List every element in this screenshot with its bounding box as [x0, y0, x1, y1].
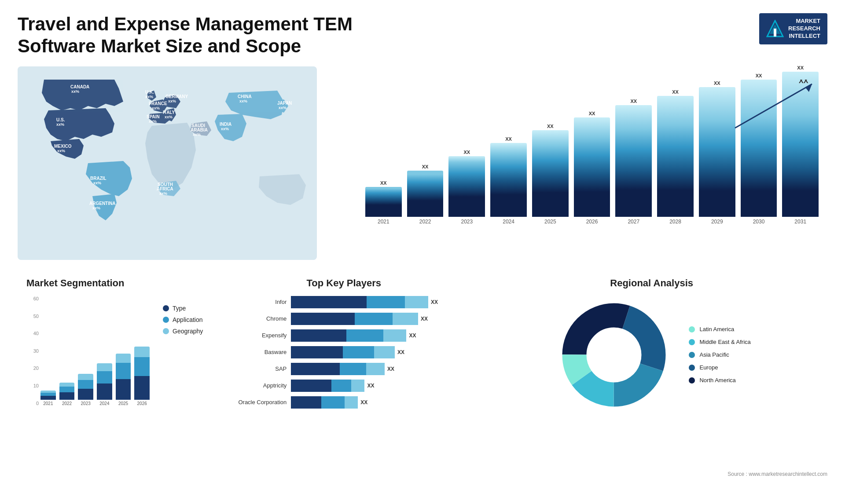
- page-title: Travel and Expense Management TEM Softwa…: [18, 13, 396, 58]
- legend-north-america: North America: [689, 377, 750, 383]
- bar-2024: XX 2024: [490, 136, 527, 225]
- player-bar-oracle: XX: [291, 396, 458, 409]
- svg-text:xx%: xx%: [193, 132, 201, 137]
- bottom-section: Market Segmentation 0 10 20 30 40 50 60: [18, 273, 827, 467]
- y-label-30: 30: [26, 348, 39, 354]
- regional-section: Regional Analysis: [476, 273, 827, 467]
- svg-text:U.S.: U.S.: [56, 117, 65, 122]
- svg-text:ITALY: ITALY: [163, 110, 175, 115]
- players-title: Top Key Players: [229, 278, 458, 289]
- main-bar-chart: XX XX 2021 XX 2022 XX: [330, 66, 827, 260]
- donut-chart: [552, 293, 676, 416]
- segmentation-title: Market Segmentation: [26, 278, 203, 289]
- y-label-40: 40: [26, 331, 39, 336]
- svg-text:U.K.: U.K.: [145, 90, 154, 95]
- dot-middle-east: [689, 339, 695, 345]
- legend-asia-pacific: Asia Pacific: [689, 351, 750, 358]
- regional-title: Regional Analysis: [485, 278, 819, 289]
- svg-text:xx%: xx%: [57, 149, 65, 153]
- svg-text:CANADA: CANADA: [70, 84, 89, 89]
- player-name-chrome: Chrome: [229, 315, 287, 322]
- player-name-apptricity: Apptricity: [229, 382, 287, 389]
- svg-text:xx%: xx%: [56, 122, 64, 127]
- bar-2028: XX 2028: [657, 89, 694, 225]
- svg-text:XX: XX: [799, 80, 808, 84]
- logo-icon: [766, 20, 784, 37]
- legend-europe: Europe: [689, 364, 750, 371]
- legend-dot-geography: [163, 328, 169, 334]
- logo-area: MARKET RESEARCH INTELLECT: [759, 13, 827, 44]
- svg-text:ARGENTINA: ARGENTINA: [89, 201, 115, 206]
- svg-text:FRANCE: FRANCE: [149, 101, 167, 106]
- svg-text:xx%: xx%: [145, 95, 153, 99]
- map-svg: CANADA xx% U.S. xx% MEXICO xx% BRAZIL xx…: [18, 66, 317, 260]
- player-row-sap: SAP XX: [229, 363, 458, 375]
- svg-text:JAPAN: JAPAN: [277, 101, 292, 106]
- trend-arrow-svg: XX: [731, 80, 819, 132]
- dot-latin-america: [689, 326, 695, 332]
- svg-text:xx%: xx%: [279, 106, 287, 110]
- svg-text:xx%: xx%: [93, 181, 101, 185]
- svg-text:AFRICA: AFRICA: [157, 186, 173, 191]
- seg-bar-2026: 2026: [134, 347, 150, 406]
- legend-geography: Geography: [163, 328, 203, 335]
- bar-2026: XX 2026: [574, 111, 610, 225]
- dot-asia-pacific: [689, 352, 695, 358]
- legend-middle-east: Middle East & Africa: [689, 339, 750, 345]
- label-asia-pacific: Asia Pacific: [699, 351, 729, 358]
- segmentation-section: Market Segmentation 0 10 20 30 40 50 60: [18, 273, 212, 467]
- player-name-sap: SAP: [229, 365, 287, 372]
- dot-europe: [689, 365, 695, 371]
- label-north-america: North America: [699, 377, 735, 383]
- player-bar-chrome: XX: [291, 313, 458, 325]
- bar-2021: XX 2021: [365, 180, 402, 225]
- y-label-0: 0: [26, 401, 39, 406]
- source-text: Source : www.marketresearchintellect.com: [18, 471, 827, 477]
- player-name-expensify: Expensify: [229, 332, 287, 339]
- svg-text:xx%: xx%: [71, 89, 79, 94]
- seg-bar-2021: 2021: [40, 391, 56, 406]
- svg-text:ARABIA: ARABIA: [191, 128, 208, 132]
- svg-text:xx%: xx%: [168, 99, 176, 103]
- page-header: Travel and Expense Management TEM Softwa…: [18, 13, 827, 58]
- legend-application: Application: [163, 316, 203, 323]
- svg-text:BRAZIL: BRAZIL: [90, 176, 107, 181]
- seg-bar-2025: 2025: [116, 354, 131, 406]
- player-bar-sap: XX: [291, 363, 458, 375]
- top-section: CANADA xx% U.S. xx% MEXICO xx% BRAZIL xx…: [18, 66, 827, 260]
- svg-point-44: [587, 328, 641, 382]
- y-label-10: 10: [26, 383, 39, 388]
- legend-label-application: Application: [173, 316, 203, 323]
- bar-2022: XX 2022: [407, 164, 444, 225]
- player-bar-apptricity: XX: [291, 380, 458, 392]
- legend-dot-application: [163, 317, 169, 323]
- label-middle-east: Middle East & Africa: [699, 339, 750, 345]
- svg-line-36: [735, 84, 812, 128]
- svg-text:INDIA: INDIA: [220, 122, 231, 127]
- svg-text:GERMANY: GERMANY: [165, 94, 188, 99]
- y-label-50: 50: [26, 314, 39, 319]
- regional-content: Latin America Middle East & Africa Asia …: [485, 293, 819, 416]
- legend-label-geography: Geography: [173, 328, 203, 335]
- players-section: Top Key Players Infor XX Chrome: [220, 273, 467, 467]
- y-label-60: 60: [26, 296, 39, 301]
- player-name-oracle: Oracle Corporation: [229, 399, 287, 405]
- label-europe: Europe: [699, 364, 718, 371]
- player-name-basware: Basware: [229, 349, 287, 355]
- seg-bar-2022: 2022: [59, 383, 75, 406]
- player-row-infor: Infor XX: [229, 296, 458, 308]
- y-label-20: 20: [26, 365, 39, 371]
- svg-text:xx%: xx%: [221, 127, 229, 131]
- svg-text:xx%: xx%: [152, 106, 160, 110]
- player-bar-infor: XX: [291, 296, 458, 308]
- label-latin-america: Latin America: [699, 326, 734, 332]
- dot-north-america: [689, 377, 695, 383]
- player-row-oracle: Oracle Corporation XX: [229, 396, 458, 409]
- logo-text: MARKET RESEARCH INTELLECT: [788, 18, 820, 40]
- regional-legend: Latin America Middle East & Africa Asia …: [689, 326, 750, 383]
- svg-text:xx%: xx%: [92, 206, 100, 210]
- legend-type: Type: [163, 305, 203, 312]
- bar-2025: XX 2025: [532, 124, 569, 225]
- svg-text:xx%: xx%: [165, 115, 173, 119]
- player-row-basware: Basware XX: [229, 346, 458, 358]
